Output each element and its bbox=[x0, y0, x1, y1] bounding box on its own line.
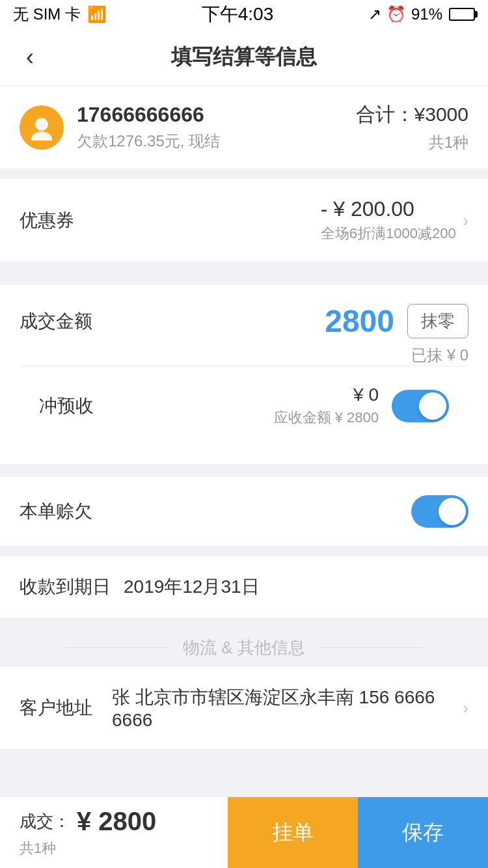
amount-label: 成交金额 bbox=[20, 309, 92, 334]
alarm-icon: ⏰ bbox=[386, 5, 406, 23]
avatar bbox=[20, 105, 64, 150]
address-right: › bbox=[463, 698, 468, 718]
due-date-label: 收款到期日 bbox=[20, 575, 111, 599]
total-count: 共1种 bbox=[356, 132, 468, 153]
prepay-amount: ¥ 0 应收金额 ¥ 2800 bbox=[274, 385, 379, 427]
due-date-row: 收款到期日 2019年12月31日 bbox=[20, 575, 468, 599]
hang-button[interactable]: 挂单 bbox=[228, 797, 358, 868]
address-section[interactable]: 客户地址 张 北京市市辖区海淀区永丰南 156 6666 6666 › bbox=[0, 667, 488, 749]
address-value: 张 北京市市辖区海淀区永丰南 156 6666 6666 bbox=[112, 685, 463, 731]
logistics-label: 物流 & 其他信息 bbox=[183, 636, 305, 659]
round-button[interactable]: 抹零 bbox=[407, 304, 468, 338]
battery-percent: 91% bbox=[411, 5, 442, 23]
customer-debt: 欠款1276.35元, 现结 bbox=[77, 131, 220, 152]
toggle-knob bbox=[419, 392, 446, 420]
amount-right: 2800 抹零 bbox=[325, 303, 468, 339]
save-button[interactable]: 保存 bbox=[358, 797, 488, 868]
coupon-label: 优惠券 bbox=[20, 208, 74, 233]
coupon-discount: - ¥ 200.00 bbox=[321, 197, 456, 221]
chevron-right-icon: › bbox=[463, 210, 468, 231]
logistics-line-right bbox=[318, 647, 422, 648]
prepay-right: ¥ 0 应收金额 ¥ 2800 bbox=[274, 385, 449, 427]
status-bar: 无 SIM 卡 📶 下午4:03 ↗ ⏰ 91% bbox=[0, 0, 488, 29]
debt-toggle-knob bbox=[439, 498, 466, 525]
due-date-value: 2019年12月31日 bbox=[124, 575, 260, 599]
divider-2 bbox=[0, 464, 488, 477]
logistics-line-left bbox=[66, 647, 170, 648]
debt-toggle[interactable] bbox=[411, 495, 468, 528]
hang-button-label: 挂单 bbox=[272, 819, 314, 847]
customer-left: 17666666666 欠款1276.35元, 现结 bbox=[20, 103, 220, 152]
coupon-row[interactable]: 优惠券 - ¥ 200.00 全场6折满1000减200 › bbox=[0, 179, 488, 262]
back-button[interactable]: ‹ bbox=[20, 37, 40, 77]
debt-label: 本单赊欠 bbox=[20, 499, 92, 524]
bottom-summary: 成交： ¥ 2800 共1种 bbox=[0, 807, 228, 858]
bottom-deal-amount: ¥ 2800 bbox=[77, 807, 156, 836]
save-button-label: 保存 bbox=[402, 819, 444, 847]
customer-info: 17666666666 欠款1276.35元, 现结 bbox=[77, 103, 220, 152]
amount-value: 2800 bbox=[325, 303, 394, 339]
battery-bar bbox=[449, 8, 475, 21]
amount-section: 成交金额 2800 抹零 已抹 ¥ 0 冲预收 ¥ 0 应收金额 ¥ 2800 bbox=[0, 285, 488, 464]
debt-section: 本单赊欠 bbox=[0, 477, 488, 546]
divider-1 bbox=[0, 272, 488, 285]
customer-phone: 17666666666 bbox=[77, 103, 220, 127]
prepay-amount-sub: 应收金额 ¥ 2800 bbox=[274, 408, 379, 427]
bottom-count: 共1种 bbox=[20, 839, 208, 858]
wifi-icon: 📶 bbox=[87, 5, 107, 23]
amount-row: 成交金额 2800 抹零 bbox=[20, 303, 468, 339]
status-right: ↗ ⏰ 91% bbox=[368, 5, 475, 23]
coupon-desc: 全场6折满1000减200 bbox=[321, 224, 456, 243]
bottom-deal: 成交： ¥ 2800 bbox=[20, 807, 208, 836]
nav-bar: ‹ 填写结算等信息 bbox=[0, 29, 488, 86]
prepay-toggle[interactable] bbox=[392, 390, 449, 422]
logistics-text: 物流 & 其他信息 bbox=[66, 636, 422, 659]
customer-total: 合计：¥3000 共1种 bbox=[356, 102, 468, 153]
address-chevron-icon: › bbox=[463, 698, 468, 718]
logistics-divider: 物流 & 其他信息 bbox=[0, 628, 488, 667]
coupon-right: - ¥ 200.00 全场6折满1000减200 › bbox=[321, 197, 468, 243]
bottom-bar: 成交： ¥ 2800 共1种 挂单 保存 bbox=[0, 796, 488, 868]
total-amount: 合计：¥3000 bbox=[356, 102, 468, 128]
coupon-section: 优惠券 - ¥ 200.00 全场6折满1000减200 › bbox=[0, 179, 488, 262]
bottom-deal-label: 成交： bbox=[20, 810, 70, 833]
status-time: 下午4:03 bbox=[202, 2, 274, 27]
carrier-label: 无 SIM 卡 bbox=[13, 4, 81, 25]
prepay-row: 冲预收 ¥ 0 应收金额 ¥ 2800 bbox=[20, 366, 468, 446]
customer-card: 17666666666 欠款1276.35元, 现结 合计：¥3000 共1种 bbox=[0, 86, 488, 169]
bottom-buttons: 挂单 保存 bbox=[228, 797, 488, 868]
prepay-amount-val: ¥ 0 bbox=[274, 385, 379, 405]
svg-point-1 bbox=[31, 131, 52, 141]
page-title: 填写结算等信息 bbox=[171, 43, 317, 72]
amount-sub: 已抹 ¥ 0 bbox=[411, 346, 468, 364]
due-date-section: 收款到期日 2019年12月31日 bbox=[0, 556, 488, 617]
address-label: 客户地址 bbox=[20, 696, 92, 720]
svg-point-0 bbox=[35, 118, 48, 131]
status-left: 无 SIM 卡 📶 bbox=[13, 4, 107, 25]
location-icon: ↗ bbox=[368, 5, 381, 23]
prepay-label: 冲预收 bbox=[39, 394, 94, 418]
